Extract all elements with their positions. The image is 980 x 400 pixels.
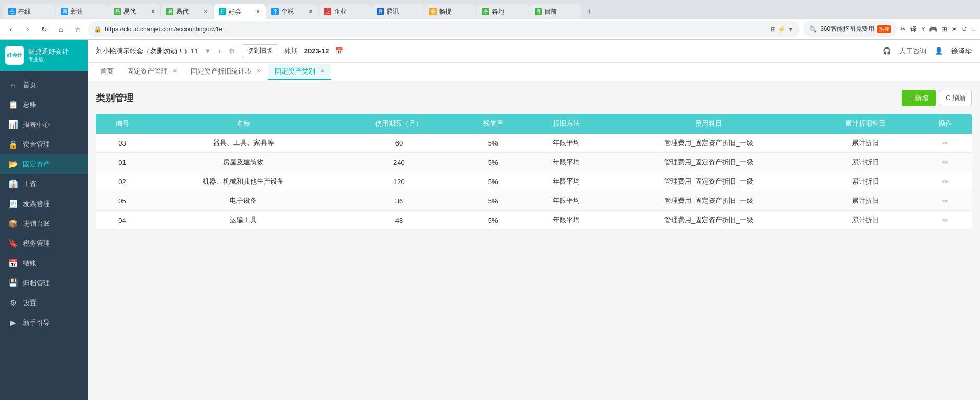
cell-action-2[interactable]: ✏ <box>919 172 972 191</box>
edit-icon-1[interactable]: ✏ <box>942 159 948 166</box>
logo-icon: 好会计 <box>5 46 24 65</box>
dropdown-icon[interactable]: ▼ <box>788 26 793 32</box>
sidebar-label-guide: 新手引导 <box>23 318 50 328</box>
menu-icon[interactable]: ≡ <box>972 25 976 33</box>
cell-method-3: 年限平均 <box>526 191 606 211</box>
sidebar-item-report[interactable]: 📊 报表中心 <box>0 115 88 135</box>
site-settings-icon[interactable]: ⊞ <box>771 26 776 33</box>
tax-icon: 🔖 <box>8 239 18 248</box>
browser-tab-9[interactable]: 畅 畅提 <box>424 4 476 19</box>
report-icon: 📊 <box>8 120 18 129</box>
cell-period-0: 60 <box>339 134 460 153</box>
browser-tab-2[interactable]: 新 新建 <box>56 4 108 19</box>
tab-fixed-mgmt-label: 固定资产管理 <box>127 67 168 76</box>
consult-label[interactable]: 人工咨询 <box>899 46 926 56</box>
edit-icon-3[interactable]: ✏ <box>942 197 948 205</box>
edit-icon-4[interactable]: ✏ <box>942 216 948 224</box>
undo-icon[interactable]: ↺ <box>962 25 967 33</box>
tab-favicon-5: 好 <box>219 8 226 15</box>
address-box[interactable]: 🔒 https://cloud.chanjet.com/accounting/u… <box>88 21 800 37</box>
browser-tab-1[interactable]: 在 在线 <box>3 4 55 19</box>
cell-action-4[interactable]: ✏ <box>919 211 972 230</box>
sidebar-item-invoice[interactable]: 🧾 发票管理 <box>0 194 88 214</box>
tab-home-label: 首页 <box>100 67 114 76</box>
add-company-button[interactable]: + <box>217 46 222 56</box>
tab-close-3[interactable]: ✕ <box>151 8 155 15</box>
cell-code-2[interactable]: 02 <box>96 172 148 191</box>
cell-action-3[interactable]: ✏ <box>919 191 972 211</box>
home-button[interactable]: ⌂ <box>54 22 68 36</box>
dropdown-arrow[interactable]: ▼ <box>204 47 211 55</box>
wallet-icon[interactable]: ¥ <box>921 25 925 33</box>
content-area: 类别管理 + 新增 C 刷新 编号 名称 使用期限（月） 残值率 折旧方法 费用… <box>88 81 980 400</box>
cell-code-0[interactable]: 03 <box>96 134 148 153</box>
checkout-icon: 📅 <box>8 259 18 268</box>
tab-title-4: 易代 <box>176 7 201 16</box>
tab-depreciation[interactable]: 固定资产折旧统计表 ✕ <box>184 64 267 80</box>
sidebar-label-settings: 设置 <box>23 298 36 308</box>
sidebar-item-fixed[interactable]: 📂 固定资产 <box>0 154 88 174</box>
add-button[interactable]: + 新增 <box>902 90 936 106</box>
tab-close-6[interactable]: ✕ <box>308 8 313 15</box>
page-tabs: 首页 固定资产管理 ✕ 固定资产折旧统计表 ✕ 固定资产类别 ✕ <box>88 63 980 81</box>
tab-fixed-mgmt[interactable]: 固定资产管理 ✕ <box>121 64 183 80</box>
table-row: 04 运输工具 48 5% 年限平均 管理费用_固定资产折旧_一级 累计折旧 ✏ <box>96 211 972 230</box>
cell-code-4[interactable]: 04 <box>96 211 148 230</box>
header-right: 🎧 人工咨询 👤 徐泽华 <box>883 46 972 56</box>
sidebar-item-settings[interactable]: ⚙ 设置 <box>0 293 88 313</box>
tab-depreciation-close[interactable]: ✕ <box>256 68 261 75</box>
sidebar-item-archive[interactable]: 💾 归档管理 <box>0 273 88 293</box>
calendar-icon[interactable]: 📅 <box>335 47 343 55</box>
browser-tab-6[interactable]: 个 个税 ✕ <box>266 4 318 19</box>
forward-button[interactable]: › <box>21 22 34 36</box>
browser-tab-5[interactable]: 好 好会 ✕ <box>214 4 266 19</box>
cell-expense-2: 管理费用_固定资产折旧_一级 <box>606 172 812 191</box>
browser-tab-4[interactable]: 易 易代 ✕ <box>161 4 213 19</box>
header-left: 刘小艳演示帐套（勿删勿动！）11 ▼ + ⚙ 切到旧版 账期 2023-12 📅 <box>96 44 343 57</box>
col-header-method: 折旧方法 <box>526 114 606 134</box>
translate-icon[interactable]: 译 <box>910 25 917 34</box>
games-icon[interactable]: 🎮 <box>929 25 937 33</box>
reload-button[interactable]: ↻ <box>38 22 51 36</box>
browser-tab-3[interactable]: 易 易代 ✕ <box>108 4 160 19</box>
settings-button[interactable]: ⚙ <box>229 47 235 55</box>
back-button[interactable]: ‹ <box>4 22 18 36</box>
scissors-icon[interactable]: ✂ <box>900 25 906 33</box>
tab-category-close[interactable]: ✕ <box>320 68 325 75</box>
tab-title-7: 企业 <box>334 7 366 16</box>
cell-code-3[interactable]: 05 <box>96 191 148 211</box>
browser-tab-8[interactable]: 腾 腾讯 <box>371 4 424 19</box>
refresh-button[interactable]: C 刷新 <box>940 90 972 106</box>
cell-action-1[interactable]: ✏ <box>919 153 972 172</box>
bookmark-button[interactable]: ☆ <box>71 22 84 36</box>
browser-tab-7[interactable]: 企 企业 <box>319 4 371 19</box>
page-title-row: 类别管理 + 新增 C 刷新 <box>96 90 972 106</box>
cell-code-1[interactable]: 01 <box>96 153 148 172</box>
company-name: 刘小艳演示帐套（勿删勿动！）11 <box>96 46 198 56</box>
sidebar-item-guide[interactable]: ▶ 新手引导 <box>0 313 88 333</box>
sidebar-item-inventory[interactable]: 📦 进销台账 <box>0 214 88 234</box>
search-box[interactable]: 🔍 360智能抠图免费用 热搜 <box>803 21 897 37</box>
lightning-icon[interactable]: ⚡ <box>778 26 786 33</box>
tab-fixed-mgmt-close[interactable]: ✕ <box>172 68 177 75</box>
tab-close-4[interactable]: ✕ <box>203 8 208 15</box>
sidebar-item-home[interactable]: ⌂ 首页 <box>0 75 88 95</box>
edit-icon-2[interactable]: ✏ <box>942 178 948 186</box>
sidebar-item-checkout[interactable]: 📅 结账 <box>0 253 88 273</box>
browser-tab-10[interactable]: 各 各地 <box>477 4 529 19</box>
grid-icon[interactable]: ⊞ <box>941 25 947 33</box>
sidebar-label-fund: 资金管理 <box>23 140 50 149</box>
browser-tab-11[interactable]: 目 目前 <box>529 4 581 19</box>
sidebar-item-ledger[interactable]: 📋 总账 <box>0 95 88 115</box>
sidebar-item-tax[interactable]: 🔖 税务管理 <box>0 234 88 253</box>
edit-icon-0[interactable]: ✏ <box>942 139 948 147</box>
tab-close-5[interactable]: ✕ <box>256 8 260 15</box>
tab-home[interactable]: 首页 <box>94 64 120 80</box>
brightness-icon[interactable]: ☀ <box>951 25 958 33</box>
new-tab-button[interactable]: + <box>582 4 597 19</box>
tab-category[interactable]: 固定资产类别 ✕ <box>268 64 331 80</box>
cell-action-0[interactable]: ✏ <box>919 134 972 153</box>
sidebar-item-fund[interactable]: 🔒 资金管理 <box>0 135 88 154</box>
sidebar-item-salary[interactable]: 👔 工资 <box>0 174 88 194</box>
switch-version-button[interactable]: 切到旧版 <box>242 44 278 57</box>
